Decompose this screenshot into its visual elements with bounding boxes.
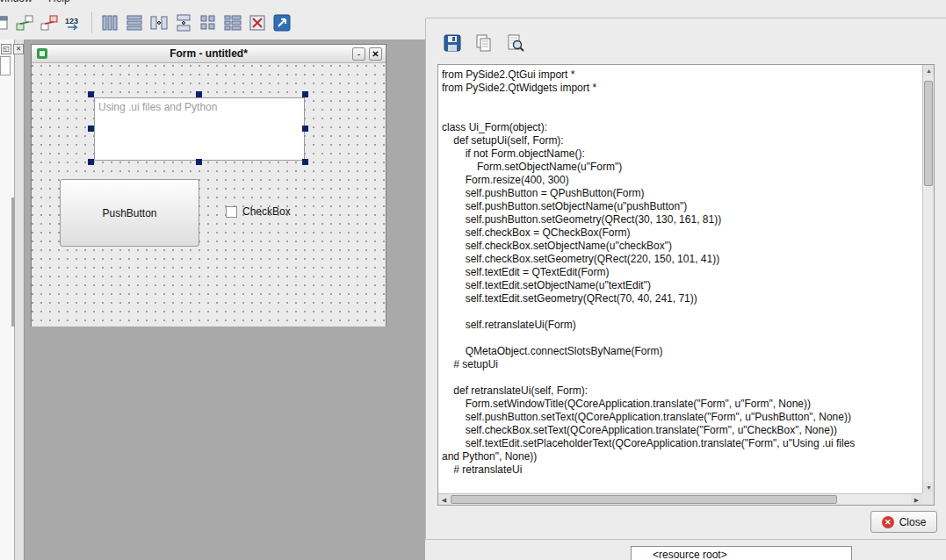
dock-scrollbar-thumb[interactable] <box>11 197 15 327</box>
close-button-label: Close <box>899 516 927 528</box>
layout-form-icon[interactable] <box>220 11 245 35</box>
menu-help[interactable]: Help <box>48 0 70 4</box>
layout-splitter-vertical-icon[interactable] <box>171 11 196 35</box>
vertical-scrollbar-thumb[interactable] <box>924 81 933 186</box>
close-window-button[interactable]: ✕ <box>369 47 382 61</box>
toolbar-separator <box>91 12 92 33</box>
layout-vertical-icon[interactable] <box>97 11 122 35</box>
vertical-scrollbar[interactable]: ▲ ▼ <box>922 65 934 493</box>
selection-handle-bottomright[interactable] <box>302 159 308 165</box>
copy-icon[interactable] <box>473 32 495 54</box>
checkbox-indicator[interactable] <box>226 206 237 218</box>
break-layout-icon[interactable] <box>245 11 270 35</box>
resource-browser-panel: <resource root> <box>425 540 946 560</box>
form-canvas[interactable]: Using .ui files and Python PushButton Ch… <box>32 63 386 327</box>
checkbox-label: CheckBox <box>242 205 291 218</box>
edit-tab-order-icon[interactable]: 123 <box>61 11 86 35</box>
horizontal-scrollbar-thumb[interactable] <box>451 495 837 504</box>
save-icon[interactable] <box>442 32 463 54</box>
pushbutton-widget[interactable]: PushButton <box>60 179 199 247</box>
close-icon: ✕ <box>882 516 894 528</box>
adjust-size-icon[interactable] <box>270 11 294 35</box>
edit-buddies-icon[interactable] <box>37 11 61 35</box>
checkbox-widget[interactable]: CheckBox <box>226 205 291 218</box>
dock-separator[interactable] <box>15 39 25 560</box>
dock-close-button[interactable]: ✕ <box>13 44 24 54</box>
layout-splitter-horizontal-icon[interactable] <box>147 11 171 35</box>
selection-handle-bottomleft[interactable] <box>88 159 94 165</box>
textedit-widget[interactable]: Using .ui files and Python <box>94 97 305 161</box>
menu-window[interactable]: Window <box>0 0 32 4</box>
layout-grid-icon[interactable] <box>196 11 220 35</box>
code-view[interactable]: from PySide2.QtGui import * from PySide2… <box>437 64 935 506</box>
scroll-right-icon[interactable]: ▶ <box>911 494 922 506</box>
selection-handle-left[interactable] <box>88 126 94 132</box>
dock-float-button[interactable]: ◱ <box>1 44 11 54</box>
scrollbar-corner <box>922 493 934 505</box>
close-button[interactable]: ✕ Close <box>870 511 937 533</box>
form-window-title: Form - untitled* <box>32 47 386 60</box>
code-dialog-toolbar <box>442 32 526 54</box>
resource-root-item[interactable]: <resource root> <box>631 546 852 560</box>
selection-handle-topright[interactable] <box>302 91 308 97</box>
edit-widgets-icon[interactable] <box>0 11 12 35</box>
minimize-button[interactable]: - <box>352 47 365 61</box>
selection-handle-right[interactable] <box>302 126 308 132</box>
selection-handle-bottom[interactable] <box>196 159 202 165</box>
form-window-titlebar[interactable]: Form - untitled* - ✕ <box>32 45 386 63</box>
selection-handle-top[interactable] <box>196 91 202 97</box>
selection-handle-topleft[interactable] <box>88 91 94 97</box>
layout-horizontal-icon[interactable] <box>122 11 147 35</box>
scroll-down-icon[interactable]: ▼ <box>923 482 935 493</box>
form-editor-window: Form - untitled* - ✕ Using .ui files and… <box>31 44 386 327</box>
svg-text:123: 123 <box>65 17 78 25</box>
edit-signals-slots-icon[interactable] <box>12 11 37 35</box>
generated-python-code[interactable]: from PySide2.QtGui import * from PySide2… <box>442 68 920 491</box>
scroll-up-icon[interactable]: ▲ <box>923 65 935 76</box>
horizontal-scrollbar[interactable]: ◀ ▶ <box>438 493 922 505</box>
main-toolbar: 123 <box>0 5 425 40</box>
code-preview-dialog: from PySide2.QtGui import * from PySide2… <box>425 18 946 540</box>
scroll-left-icon[interactable]: ◀ <box>438 494 450 506</box>
search-icon[interactable] <box>505 32 526 54</box>
widget-filter-input[interactable] <box>0 56 11 75</box>
application-window: Window Help 123 <box>0 0 946 560</box>
